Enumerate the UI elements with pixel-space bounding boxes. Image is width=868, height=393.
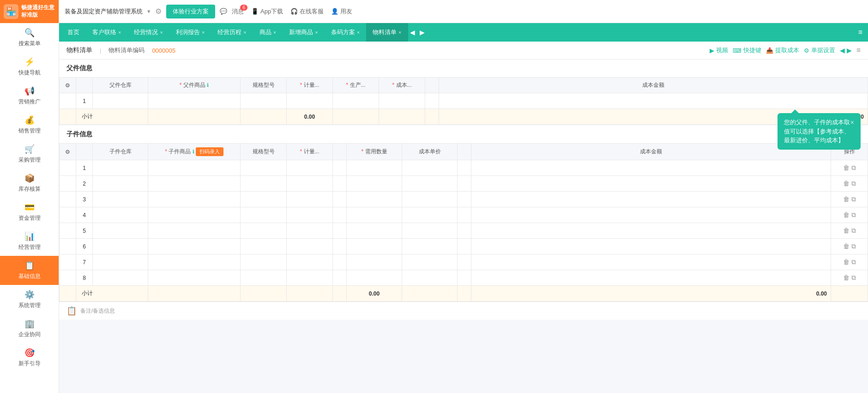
copy-icon-5[interactable]: ⧉	[851, 227, 856, 235]
child-col-settings[interactable]: ⚙	[60, 144, 76, 160]
delete-icon-6[interactable]: 🗑	[843, 242, 850, 250]
tab-close-profit[interactable]: ×	[202, 30, 205, 35]
parent-col-goods: * 父件商品 ℹ	[148, 78, 241, 93]
copy-icon-1[interactable]: ⧉	[851, 164, 856, 172]
extract-cost-btn[interactable]: 📥 提取成本	[766, 46, 799, 54]
shortcut-btn[interactable]: ⌨ 快捷键	[733, 46, 761, 54]
record-prev-arrow[interactable]: ◀	[840, 47, 845, 54]
tab-bom[interactable]: 物料清单 ×	[366, 23, 408, 42]
quick-nav-icon: ⚡	[24, 57, 35, 67]
delete-icon-7[interactable]: 🗑	[843, 258, 850, 266]
menu-icon[interactable]: ≡	[856, 46, 861, 54]
extract-icon: 📥	[766, 47, 773, 54]
scan-input-btn[interactable]: 扫码录入	[196, 147, 223, 156]
tab-prev-arrow[interactable]: ◀	[408, 28, 417, 37]
notification-area[interactable]: 💬 6 消息	[220, 7, 244, 16]
delete-icon-8[interactable]: 🗑	[843, 274, 850, 282]
online-service[interactable]: 🎧 在线客服	[290, 7, 324, 16]
tab-customer[interactable]: 客户联络 ×	[86, 23, 127, 42]
notes-icon[interactable]: 📋	[66, 306, 77, 316]
delete-icon-4[interactable]: 🗑	[843, 211, 850, 219]
copy-icon-3[interactable]: ⧉	[851, 195, 856, 203]
headset-icon: 🎧	[290, 8, 298, 15]
tab-close-barcode[interactable]: ×	[357, 30, 360, 35]
child-col-unit: * 计量...	[287, 144, 333, 160]
marketing-icon: 📢	[24, 86, 35, 96]
copy-icon-7[interactable]: ⧉	[851, 258, 856, 266]
tooltip-close-btn[interactable]: ×	[850, 118, 854, 127]
tab-operations[interactable]: 经营情况 ×	[127, 23, 169, 42]
logo-text: 畅捷通好生意 标准版	[21, 4, 54, 18]
parent-subtotal-label: 小计	[76, 109, 148, 125]
topbar-actions: 💬 6 消息 📱 App下载 🎧 在线客服 👤 用友	[220, 7, 352, 16]
tab-home[interactable]: 首页	[61, 23, 86, 42]
sidebar-item-operations[interactable]: 📊 经营管理	[0, 227, 59, 256]
tab-close-history[interactable]: ×	[243, 30, 246, 35]
tab-close-goods[interactable]: ×	[273, 30, 276, 35]
copy-icon-4[interactable]: ⧉	[851, 211, 856, 219]
shortcut-icon: ⌨	[733, 47, 741, 54]
single-settings-btn[interactable]: ⚙ 单据设置	[804, 46, 835, 54]
parent-row-1: 1	[60, 93, 868, 109]
delete-icon-2[interactable]: 🗑	[843, 180, 850, 187]
view-video-btn[interactable]: ▶ 视频	[710, 46, 728, 54]
page-actions: ▶ 视频 ⌨ 快捷键 📥 提取成本 ⚙ 单据设置	[710, 46, 861, 54]
basic-info-icon: 📋	[24, 260, 35, 271]
tab-goods[interactable]: 商品 ×	[253, 23, 283, 42]
delete-icon-1[interactable]: 🗑	[843, 164, 850, 172]
close-all-tabs[interactable]: ≡	[855, 26, 866, 38]
tab-close-new-goods[interactable]: ×	[315, 30, 318, 35]
tab-next-arrow[interactable]: ▶	[418, 28, 427, 37]
dropdown-icon[interactable]: ▾	[147, 8, 151, 15]
tab-close-bom[interactable]: ×	[398, 30, 401, 35]
parent-section: 父件信息 ⚙ 父件仓库 * 父件商品 ℹ 规格型号	[59, 60, 868, 125]
parent-unit-total: 0.00	[287, 109, 333, 125]
tab-new-goods[interactable]: 新增商品 ×	[283, 23, 324, 42]
experience-btn[interactable]: 体验行业方案	[166, 5, 215, 18]
child-col-sort1	[333, 144, 347, 160]
sidebar-item-guide[interactable]: 🎯 新手引导	[0, 343, 59, 372]
settings-icon[interactable]: ⚙	[155, 7, 162, 16]
delete-icon-3[interactable]: 🗑	[843, 195, 850, 203]
search-icon: 🔍	[24, 28, 35, 38]
enterprise-icon: 🏢	[24, 319, 35, 329]
tab-close-customer[interactable]: ×	[118, 30, 121, 35]
record-next-arrow[interactable]: ▶	[847, 47, 852, 54]
tab-barcode[interactable]: 条码方案 ×	[325, 23, 366, 42]
parent-col-settings[interactable]: ⚙	[60, 78, 76, 93]
sidebar-item-enterprise[interactable]: 🏢 企业协同	[0, 314, 59, 343]
row-4-actions: 🗑 ⧉	[835, 211, 864, 219]
child-subtotal-row: 小计 0.00 0.00	[60, 286, 868, 302]
child-col-qty: * 需用数量	[347, 144, 402, 160]
child-row-7: 7 🗑	[60, 254, 868, 270]
sidebar-item-marketing[interactable]: 📢 营销推广	[0, 81, 59, 110]
bottom-bar: 📋 备注/备选信息	[59, 302, 868, 320]
purchase-icon: 🛒	[24, 144, 35, 154]
child-col-unit-cost: 成本单价	[402, 144, 458, 160]
tab-close-operations[interactable]: ×	[160, 30, 163, 35]
video-icon: ▶	[710, 47, 714, 54]
sidebar-item-search[interactable]: 🔍 搜索菜单	[0, 23, 59, 52]
app-download[interactable]: 📱 App下载	[251, 7, 283, 16]
row-1-actions: 🗑 ⧉	[835, 164, 864, 172]
delete-icon-5[interactable]: 🗑	[843, 227, 850, 235]
child-col-cost-amount: 成本金额	[471, 144, 831, 160]
content-area: 物料清单 | 物料清单编码 0000005 ▶ 视频 ⌨ 快捷键 📥 提取成本	[59, 42, 868, 393]
sidebar-item-quick-nav[interactable]: ⚡ 快捷导航	[0, 52, 59, 81]
copy-icon-6[interactable]: ⧉	[851, 242, 856, 250]
tab-history[interactable]: 经营历程 ×	[211, 23, 253, 42]
sidebar-item-purchase[interactable]: 🛒 采购管理	[0, 139, 59, 169]
user-area[interactable]: 👤 用友	[331, 7, 352, 16]
sidebar-item-finance[interactable]: 💳 资金管理	[0, 198, 59, 227]
sidebar-item-inventory[interactable]: 📦 库存核算	[0, 169, 59, 198]
copy-icon-8[interactable]: ⧉	[851, 274, 856, 282]
tab-profit[interactable]: 利润报告 ×	[169, 23, 211, 42]
copy-icon-2[interactable]: ⧉	[851, 180, 856, 187]
tooltip-text: 您的父件、子件的成本取值可以选择【参考成本、最新进价、平均成本】	[784, 119, 850, 144]
parent-col-unit: * 计量...	[287, 78, 333, 93]
page-breadcrumb-tab: 物料清单	[66, 46, 92, 54]
sidebar-item-basic-info[interactable]: 📋 基础信息	[0, 256, 59, 285]
parent-col-warehouse: 父件仓库	[93, 78, 148, 93]
sidebar-item-system[interactable]: ⚙️ 系统管理	[0, 285, 59, 314]
sidebar-item-sales[interactable]: 💰 销售管理	[0, 110, 59, 139]
